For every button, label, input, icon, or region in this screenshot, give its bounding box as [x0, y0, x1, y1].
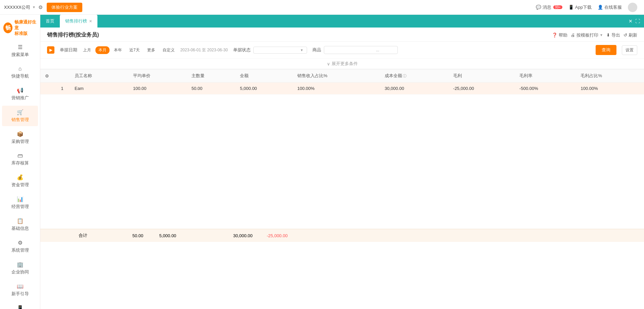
main-layout: 畅 畅康通好生意 标准版 ☰ 搜索菜单 ⌂ 快捷导航 📢 营销推广 🛒 销售管理…	[0, 15, 644, 309]
company-name: XXXXXX公司	[4, 4, 30, 10]
refresh-button[interactable]: ↺ 刷新	[624, 32, 637, 38]
sidebar-item-label: 采购管理	[11, 139, 29, 145]
sidebar-item-guide[interactable]: 📖 新手引导	[2, 280, 38, 300]
print-icon: 🖨	[571, 33, 575, 38]
sidebar-item-search[interactable]: ☰ 搜索菜单	[2, 41, 38, 61]
table-header-row: ⚙ 员工名称 平均单价 主数量 全额 销售收入占比% 成本全额ⓘ 毛利	[40, 69, 644, 83]
export-button[interactable]: ⬇ 导出	[606, 32, 620, 38]
date-last7[interactable]: 近7天	[126, 46, 143, 54]
date-cur-month[interactable]: 本月	[95, 46, 110, 54]
tab-sales-rank[interactable]: 销售排行榜 ✕	[60, 15, 97, 28]
template-print-button[interactable]: 🖨 按模板打印 ▼	[571, 32, 603, 38]
home-icon: ⌂	[18, 66, 22, 72]
export-icon: ⬇	[606, 33, 610, 38]
purchase-icon: 📦	[17, 131, 24, 137]
sidebar-item-label: 搜索菜单	[11, 52, 29, 58]
expand-more-button[interactable]: ∨ 展开更多条件	[327, 61, 358, 67]
col-grossprofit-header: 毛利	[449, 69, 515, 83]
page-content: 销售排行榜(按业务员) ❓ 帮助 🖨 按模板打印 ▼ ⬇	[40, 28, 644, 309]
sidebar: 畅 畅康通好生意 标准版 ☰ 搜索菜单 ⌂ 快捷导航 📢 营销推广 🛒 销售管理…	[0, 15, 40, 309]
date-prev-month[interactable]: 上月	[80, 46, 94, 54]
filter-bar: ▶ 单据日期 上月 本月 本年 近7天 更多 自定义 2023-06-01 至 …	[40, 42, 644, 59]
query-button[interactable]: 查询	[596, 45, 616, 55]
help-button[interactable]: ❓ 帮助	[552, 32, 567, 38]
service-icon: 👤	[598, 5, 603, 10]
help-label: 帮助	[559, 32, 567, 38]
sidebar-item-operation[interactable]: 📊 经营管理	[2, 193, 38, 213]
finance-icon: 💰	[17, 174, 24, 181]
sidebar-item-label: 企业协同	[11, 269, 29, 275]
col-costamount-header: 成本全额ⓘ	[381, 69, 449, 83]
sidebar-item-label: 基础信息	[11, 225, 29, 231]
row-name-cell: Eam	[71, 83, 129, 95]
date-cur-year[interactable]: 本年	[111, 46, 125, 54]
footer-label-cell: 合计	[75, 233, 101, 239]
date-shortcuts: 上月 本月 本年 近7天 更多 自定义	[80, 46, 178, 54]
tab-expand-btn[interactable]: ⛶	[635, 18, 640, 24]
date-range-display: 2023-06-01 至 2023-06-30	[180, 47, 228, 53]
goods-input[interactable]: ...	[324, 46, 398, 54]
company-gear-icon[interactable]: ⚙	[38, 4, 43, 10]
settings-button[interactable]: 设置	[622, 45, 637, 55]
expand-label: 展开更多条件	[332, 61, 358, 67]
sidebar-item-label: 资金管理	[11, 182, 29, 188]
company-selector[interactable]: XXXXXX公司 ▼	[4, 4, 36, 10]
sidebar-item-enterprise[interactable]: 🏢 企业协同	[2, 258, 38, 278]
footer-grossprofit-cell: -25,000.00	[263, 233, 296, 238]
page-title: 销售排行榜(按业务员)	[47, 32, 99, 39]
col-qty-header: 主数量	[187, 69, 236, 83]
refresh-icon: ↺	[624, 33, 627, 38]
appcenter-icon: 📱	[17, 305, 24, 309]
sidebar-item-label: 库存核算	[11, 160, 29, 166]
col-grossrate-header: 毛利率	[515, 69, 576, 83]
table-footer: 合计 50.00 5,000.00 30,000.00 -25,000.00	[40, 229, 644, 242]
sidebar-item-finance[interactable]: 💰 资金管理	[2, 171, 38, 191]
tab-home-label: 首页	[46, 18, 54, 24]
date-more[interactable]: 更多	[144, 46, 158, 54]
sidebar-item-label: 营销推广	[11, 95, 29, 101]
message-icon: 💬	[536, 5, 541, 10]
toggle-filter-arrow[interactable]: ▶	[47, 46, 54, 54]
table-body: 1 Eam 100.00 50.00 5,000.00 100.00% 30,0…	[40, 83, 644, 95]
sales-icon: 🛒	[17, 109, 24, 115]
tab-close-icon[interactable]: ✕	[89, 19, 92, 23]
tab-close-btn[interactable]: ✕	[629, 18, 633, 24]
col-settings-header[interactable]: ⚙	[40, 69, 54, 83]
sidebar-item-basic[interactable]: 📋 基础信息	[2, 214, 38, 235]
print-dropdown-arrow: ▼	[600, 33, 603, 37]
col-avgprice-header: 平均单价	[129, 69, 187, 83]
page-header: 销售排行榜(按业务员) ❓ 帮助 🖨 按模板打印 ▼ ⬇	[40, 28, 644, 42]
sidebar-item-marketing[interactable]: 📢 营销推广	[2, 84, 38, 104]
top-header: XXXXXX公司 ▼ ⚙ 体验行业方案 💬 消息 99+ 📱 App下载 👤 在…	[0, 0, 644, 15]
sidebar-item-label: 经营管理	[11, 204, 29, 210]
col-name-header: 员工名称	[71, 69, 129, 83]
sidebar-item-appcenter[interactable]: 📱 应用中心	[2, 302, 38, 309]
more-btn[interactable]: ...	[376, 48, 379, 52]
marketing-icon: 📢	[17, 87, 24, 94]
company-dropdown-arrow: ▼	[32, 5, 36, 9]
sidebar-item-system[interactable]: ⚙ 系统管理	[2, 236, 38, 257]
tab-sales-rank-label: 销售排行榜	[65, 18, 87, 24]
message-item[interactable]: 💬 消息 99+	[536, 4, 562, 10]
inventory-icon: 🗃	[17, 153, 23, 159]
avatar-area[interactable]	[628, 3, 640, 12]
sidebar-item-label: 系统管理	[11, 247, 29, 253]
sidebar-item-shortcut[interactable]: ⌂ 快捷导航	[2, 62, 38, 83]
app-icon: 📱	[568, 5, 574, 10]
online-service-item[interactable]: 👤 在线客服	[598, 4, 622, 10]
template-print-label: 按模板打印	[576, 32, 598, 38]
app-download-item[interactable]: 📱 App下载	[568, 4, 592, 10]
date-custom[interactable]: 自定义	[160, 46, 178, 54]
trial-button[interactable]: 体验行业方案	[47, 3, 82, 12]
footer-qty-cell: 50.00	[128, 233, 155, 238]
footer-amount-cell: 5,000.00	[155, 233, 189, 238]
sidebar-item-inventory[interactable]: 🗃 库存核算	[2, 149, 38, 169]
status-select[interactable]: ▼	[253, 47, 307, 54]
cost-info-icon[interactable]: ⓘ	[403, 74, 406, 78]
help-icon: ❓	[552, 33, 557, 38]
row-grosspct-cell: 100.00%	[576, 83, 644, 95]
sidebar-item-purchase[interactable]: 📦 采购管理	[2, 127, 38, 148]
date-filter: 单据日期 上月 本月 本年 近7天 更多 自定义 2023-06-01 至 20…	[60, 46, 228, 54]
tab-home[interactable]: 首页	[40, 15, 60, 28]
sidebar-item-sales[interactable]: 🛒 销售管理	[2, 106, 38, 126]
